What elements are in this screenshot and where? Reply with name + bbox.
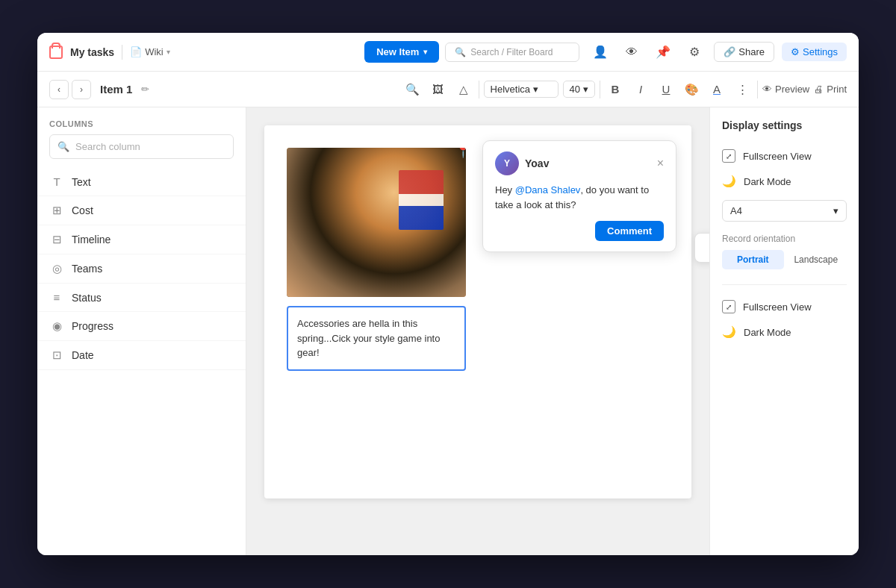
- sidebar-item-cost[interactable]: ⊞ Cost: [37, 196, 246, 225]
- shape-icon[interactable]: △: [453, 79, 474, 100]
- zoom-icon[interactable]: 🔍: [402, 79, 423, 100]
- orientation-title: Record orientation: [722, 234, 847, 244]
- main-content: Columns 🔍 Search column T Text ⊞ Cost ⊟ …: [37, 107, 859, 555]
- new-item-button[interactable]: New Item ▾: [364, 41, 439, 63]
- align-left-button[interactable]: ≡: [703, 238, 709, 257]
- sidebar-item-teams[interactable]: ◎ Teams: [37, 254, 246, 284]
- preview-button[interactable]: 👁 Preview: [762, 84, 809, 95]
- fashion-image: 📍: [287, 148, 466, 297]
- comment-header: Y Yoav ×: [495, 151, 664, 175]
- dark-mode-row-2[interactable]: 🌙 Dark Mode: [722, 319, 847, 345]
- edit-icon[interactable]: ✏: [141, 84, 149, 95]
- mention-link[interactable]: @Dana Shalev: [515, 184, 581, 196]
- moon-icon-2: 🌙: [722, 325, 736, 339]
- wiki-button[interactable]: 📄 Wiki ▾: [130, 46, 170, 57]
- progress-icon: ◉: [49, 319, 64, 333]
- text-color-icon[interactable]: A: [706, 79, 727, 100]
- right-panel: Display settings ⤢ Fullscreen View 🌙 Dar…: [709, 107, 859, 555]
- share-icon: 🔗: [724, 46, 735, 57]
- back-button[interactable]: ‹: [49, 80, 69, 99]
- doc-icon: 📄: [130, 46, 142, 57]
- moon-icon: 🌙: [722, 175, 736, 188]
- pin-icon[interactable]: 📌: [651, 40, 675, 64]
- sidebar: Columns 🔍 Search column T Text ⊞ Cost ⊟ …: [37, 107, 246, 555]
- teams-icon: ◎: [49, 262, 64, 275]
- filter-icon[interactable]: ⚙: [682, 40, 706, 64]
- gear-icon: ⚙: [791, 46, 800, 57]
- sidebar-item-timeline[interactable]: ⊟ Timeline: [37, 225, 246, 254]
- cost-icon: ⊞: [49, 204, 64, 217]
- photo-container: 📍 Accessories are hella in this spring..…: [287, 148, 466, 371]
- app-window: My tasks 📄 Wiki ▾ New Item ▾ 🔍 Search / …: [37, 33, 859, 555]
- topbar: My tasks 📄 Wiki ▾ New Item ▾ 🔍 Search / …: [37, 33, 859, 72]
- sidebar-item-text[interactable]: T Text: [37, 168, 246, 196]
- document-page: 📍 Accessories are hella in this spring..…: [264, 125, 691, 498]
- sidebar-item-status[interactable]: ≡ Status: [37, 284, 246, 312]
- divider: [479, 81, 479, 98]
- editor-toolbar: ‹ › Item 1 ✏ 🔍 🖼 △ Helvetica ▾ 40 ▾ B I …: [37, 72, 859, 107]
- bold-button[interactable]: B: [605, 79, 626, 100]
- timeline-icon: ⊟: [49, 233, 64, 246]
- search-bar[interactable]: 🔍 Search / Filter Board: [445, 43, 579, 62]
- chevron-down-icon: ▾: [833, 205, 839, 216]
- columns-title: Columns: [37, 119, 246, 134]
- topbar-center: New Item ▾ 🔍 Search / Filter Board: [364, 41, 579, 63]
- italic-button[interactable]: I: [630, 79, 651, 100]
- landscape-button[interactable]: Landscape: [785, 250, 847, 269]
- topbar-left: My tasks 📄 Wiki ▾: [49, 45, 355, 60]
- align-toolbar: ≡ ≡ ≡ ↕ ☰ ☰▾: [694, 233, 709, 263]
- fullscreen-row-2[interactable]: ⤢ Fullscreen View: [722, 294, 847, 319]
- display-settings-title: Display settings: [722, 119, 847, 131]
- portrait-button[interactable]: Portrait: [722, 250, 784, 269]
- more-options-icon[interactable]: ⋮: [732, 79, 753, 100]
- user-icon[interactable]: 👤: [588, 40, 612, 64]
- divider: [757, 81, 758, 98]
- share-button[interactable]: 🔗 Share: [714, 42, 774, 62]
- toolbar-tools: 🔍 🖼 △ Helvetica ▾ 40 ▾ B I U 🎨 A ⋮ 👁 Pre…: [402, 79, 847, 100]
- text-box[interactable]: Accessories are hella in this spring...C…: [287, 306, 466, 371]
- page-title: Item 1: [100, 83, 132, 96]
- print-icon: 🖨: [814, 84, 824, 95]
- search-column-input[interactable]: 🔍 Search column: [49, 134, 234, 159]
- page-size-dropdown[interactable]: A4 ▾: [722, 200, 847, 222]
- search-icon: 🔍: [57, 141, 69, 152]
- fullscreen-row[interactable]: ⤢ Fullscreen View: [722, 143, 847, 169]
- comment-submit-button[interactable]: Comment: [595, 221, 664, 241]
- divider: [600, 81, 600, 98]
- underline-button[interactable]: U: [656, 79, 676, 100]
- avatar: Y: [495, 151, 519, 175]
- font-family-select[interactable]: Helvetica ▾: [484, 81, 559, 98]
- eye-icon[interactable]: 👁: [620, 40, 644, 64]
- fullscreen-icon: ⤢: [722, 149, 735, 163]
- chevron-down-icon: ▾: [423, 48, 427, 56]
- highlight-icon[interactable]: 🎨: [681, 79, 702, 100]
- eye-icon: 👁: [762, 84, 772, 95]
- chevron-down-icon: ▾: [583, 84, 588, 95]
- lock-icon: [49, 46, 63, 59]
- status-icon: ≡: [49, 291, 64, 304]
- toolbar-nav: ‹ ›: [49, 80, 91, 99]
- canvas-area: ≡ ≡ ≡ ↕ ☰ ☰▾ 📍 Accessories are hella in …: [246, 107, 709, 555]
- comment-text: Hey @Dana Shalev, do you want to take a …: [495, 183, 664, 212]
- divider: [722, 284, 847, 285]
- search-icon: 🔍: [455, 47, 466, 57]
- location-pin-icon: 📍: [452, 148, 466, 161]
- divider: [122, 45, 122, 60]
- comment-bubble: Y Yoav × Hey @Dana Shalev, do you want t…: [482, 140, 676, 252]
- date-icon: ⊡: [49, 348, 64, 362]
- topbar-right: 👤 👁 📌 ⚙ 🔗 Share ⚙ Settings: [588, 40, 847, 64]
- print-button[interactable]: 🖨 Print: [814, 84, 847, 95]
- text-icon: T: [49, 175, 64, 188]
- commenter-name: Yoav: [525, 157, 549, 169]
- orientation-options: Portrait Landscape: [722, 250, 847, 269]
- dark-mode-row[interactable]: 🌙 Dark Mode: [722, 169, 847, 194]
- sidebar-item-date[interactable]: ⊡ Date: [37, 341, 246, 370]
- forward-button[interactable]: ›: [72, 80, 91, 99]
- image-icon[interactable]: 🖼: [428, 79, 449, 100]
- font-size-select[interactable]: 40 ▾: [563, 81, 595, 98]
- sidebar-item-progress[interactable]: ◉ Progress: [37, 312, 246, 341]
- settings-button[interactable]: ⚙ Settings: [782, 43, 847, 61]
- my-tasks-label[interactable]: My tasks: [70, 46, 114, 58]
- close-icon[interactable]: ×: [657, 157, 664, 170]
- fullscreen-icon-2: ⤢: [722, 300, 735, 313]
